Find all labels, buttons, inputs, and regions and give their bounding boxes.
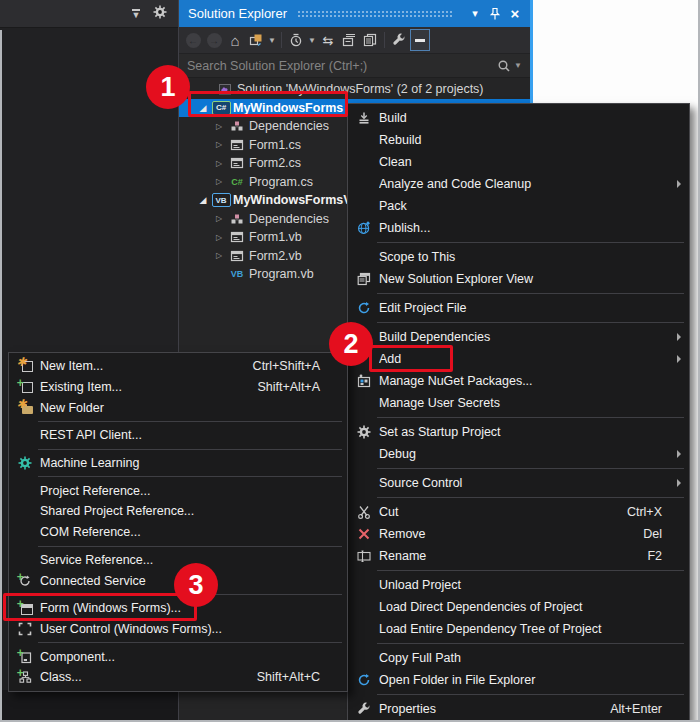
solution-explorer-toolbar: ←→⌂▼▼⇆ — [179, 27, 530, 54]
menu-item-load-direct-dependencies-of-project[interactable]: Load Direct Dependencies of Project — [349, 596, 688, 618]
menu-item-properties[interactable]: PropertiesAlt+Enter — [349, 698, 688, 720]
menu-item-new-solution-explorer-view[interactable]: New Solution Explorer View — [349, 268, 688, 290]
close-icon[interactable]: × — [506, 5, 524, 23]
collapse-pane-icon[interactable]: ▼ — [128, 7, 144, 21]
menu-item-new-item[interactable]: ✱New Item...Ctrl+Shift+A — [10, 356, 346, 377]
pending-changes-filter-icon[interactable] — [286, 30, 306, 50]
window-position-icon[interactable]: ▾ — [466, 5, 484, 23]
menu-item-existing-item[interactable]: +Existing Item...Shift+Alt+A — [10, 377, 346, 398]
expand-arrow-icon[interactable]: ▷ — [211, 159, 227, 168]
search-dropdown-icon[interactable]: ▼ — [514, 61, 530, 70]
step3-badge: 3 — [174, 563, 218, 607]
menu-item-rebuild[interactable]: Rebuild — [349, 129, 688, 151]
collapse-all-icon[interactable] — [339, 30, 359, 50]
switch-views-icon[interactable] — [246, 30, 266, 50]
gear-icon[interactable] — [152, 5, 168, 22]
menu-item-rest-api-client[interactable]: REST API Client... — [10, 425, 346, 446]
user-control-icon — [10, 622, 40, 636]
expand-arrow-icon[interactable]: ▷ — [211, 251, 227, 260]
back-icon[interactable]: ← — [183, 30, 203, 50]
home-icon[interactable]: ⌂ — [225, 30, 245, 50]
expand-arrow-icon[interactable]: ▷ — [211, 140, 227, 149]
menu-item-label: Copy Full Path — [379, 651, 688, 665]
expand-arrow-icon[interactable]: ▷ — [211, 177, 227, 186]
tree-item-label: Program.vb — [247, 267, 314, 281]
submenu-arrow-icon — [677, 180, 681, 188]
formfile-icon — [227, 249, 247, 263]
menu-item-unload-project[interactable]: Unload Project — [349, 574, 688, 596]
menu-item-load-entire-dependency-tree-of-project[interactable]: Load Entire Dependency Tree of Project — [349, 618, 688, 640]
tree-item-label: Form1.cs — [247, 138, 301, 152]
menu-item-manage-nuget-packages[interactable]: Manage NuGet Packages... — [349, 370, 688, 392]
menu-separator — [349, 640, 688, 647]
panel-title: Solution Explorer — [188, 6, 287, 21]
pin-icon[interactable] — [486, 5, 504, 23]
menu-item-publish[interactable]: Publish... — [349, 217, 688, 239]
show-all-files-icon[interactable] — [360, 30, 380, 50]
switch-views-dropdown-icon[interactable]: ▼ — [267, 30, 277, 50]
csfile-icon: C# — [227, 177, 247, 187]
collapse-arrow-icon[interactable]: ◢ — [195, 195, 211, 205]
expand-arrow-icon[interactable]: ▷ — [211, 214, 227, 223]
preview-selected-items-icon[interactable] — [410, 30, 430, 50]
menu-separator — [10, 446, 346, 453]
menu-item-class[interactable]: +Class...Shift+Alt+C — [10, 667, 346, 688]
properties-wrench-icon[interactable] — [389, 30, 409, 50]
menu-separator — [349, 414, 688, 421]
menu-item-label: Component... — [40, 650, 346, 664]
forward-icon[interactable]: → — [204, 30, 224, 50]
nuget-icon — [349, 374, 379, 388]
vbfile-icon: VB — [227, 269, 247, 279]
menu-separator — [10, 639, 346, 646]
menu-item-shortcut: Alt+Enter — [610, 702, 688, 716]
menu-item-service-reference[interactable]: Service Reference... — [10, 550, 346, 571]
menu-item-label: Manage User Secrets — [379, 396, 688, 410]
menu-item-label: Publish... — [379, 221, 688, 235]
menu-item-set-as-startup-project[interactable]: Set as Startup Project — [349, 421, 688, 443]
menu-separator — [349, 319, 688, 326]
menu-item-shortcut: Del — [643, 527, 688, 541]
menu-item-component[interactable]: +Component... — [10, 646, 346, 667]
panel-titlebar[interactable]: Solution Explorer ▾ × — [179, 0, 530, 27]
menu-item-label: Set as Startup Project — [379, 425, 688, 439]
menu-item-user-control-windows-forms[interactable]: User Control (Windows Forms)... — [10, 619, 346, 640]
step2-highlight-box — [369, 345, 453, 372]
filter-dropdown-icon[interactable]: ▼ — [307, 30, 317, 50]
folder-star-icon: ✱ — [10, 401, 40, 415]
menu-item-cut[interactable]: CutCtrl+X — [349, 501, 688, 523]
vbproj-icon: VB — [211, 193, 231, 207]
menu-item-project-reference[interactable]: Project Reference... — [10, 480, 346, 501]
sq-plus-icon: + — [10, 380, 40, 394]
menu-item-label: Pack — [379, 199, 688, 213]
menu-item-build[interactable]: Build — [349, 107, 688, 129]
menu-separator — [349, 290, 688, 297]
expand-arrow-icon[interactable]: ▷ — [211, 233, 227, 242]
menu-item-edit-project-file[interactable]: Edit Project File — [349, 297, 688, 319]
menu-item-label: Project Reference... — [40, 484, 346, 498]
menu-item-shortcut: F2 — [647, 549, 688, 563]
component-plus-icon: + — [10, 650, 40, 664]
search-icon[interactable] — [494, 59, 514, 73]
menu-item-scope-to-this[interactable]: Scope to This — [349, 246, 688, 268]
menu-item-com-reference[interactable]: COM Reference... — [10, 522, 346, 543]
menu-item-copy-full-path[interactable]: Copy Full Path — [349, 647, 688, 669]
menu-item-source-control[interactable]: Source Control — [349, 472, 688, 494]
sync-with-active-document-icon[interactable]: ⇆ — [318, 30, 338, 50]
menu-item-machine-learning[interactable]: Machine Learning — [10, 453, 346, 474]
menu-item-analyze-and-code-cleanup[interactable]: Analyze and Code Cleanup — [349, 173, 688, 195]
menu-separator — [349, 567, 688, 574]
menu-item-rename[interactable]: RenameF2 — [349, 545, 688, 567]
deps-icon — [227, 119, 247, 133]
search-row: ▼ — [179, 54, 530, 78]
window-border-left — [0, 30, 2, 722]
expand-arrow-icon[interactable]: ▷ — [211, 122, 227, 131]
menu-item-debug[interactable]: Debug — [349, 443, 688, 465]
menu-item-manage-user-secrets[interactable]: Manage User Secrets — [349, 392, 688, 414]
search-input[interactable] — [179, 59, 494, 73]
menu-item-open-folder-in-file-explorer[interactable]: Open Folder in File Explorer — [349, 669, 688, 691]
menu-item-new-folder[interactable]: ✱New Folder — [10, 397, 346, 418]
menu-item-pack[interactable]: Pack — [349, 195, 688, 217]
menu-item-clean[interactable]: Clean — [349, 151, 688, 173]
menu-item-shared-project-reference[interactable]: Shared Project Reference... — [10, 501, 346, 522]
menu-item-remove[interactable]: RemoveDel — [349, 523, 688, 545]
